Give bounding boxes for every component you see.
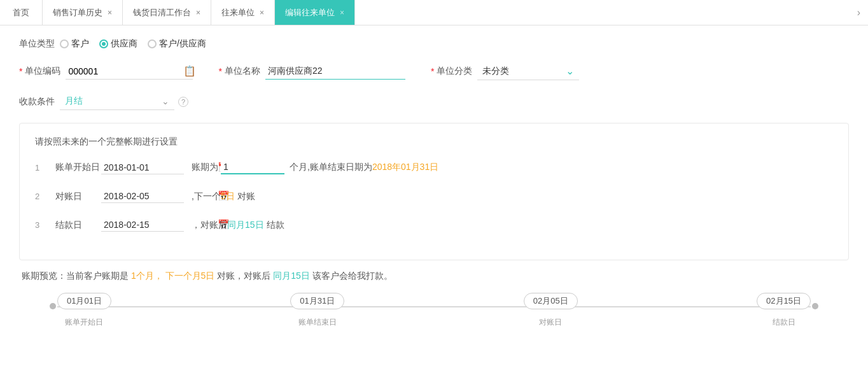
tab-bar: 首页 销售订单历史 × 钱货日清工作台 × 往来单位 × 编辑往来单位 × › [0, 0, 868, 25]
timeline-node-3: 02月05日 对账日 [524, 297, 578, 328]
timeline-badge-1: 01月01日 [57, 293, 111, 309]
period-row-1-label: 账单开始日 [55, 162, 94, 173]
period-row-1-desc-before: 账期为 [192, 162, 218, 173]
radio-customer-supplier[interactable]: 客户/供应商 [148, 38, 206, 50]
timeline-container: 01月01日 账单开始日 01月31日 账单结束日 02月05日 对账日 02月… [19, 297, 849, 328]
tab-partner-close[interactable]: × [260, 8, 264, 17]
period-row-2-num: 2 [35, 192, 48, 201]
period-settings-title: 请按照未来的一个完整帐期进行设置 [35, 136, 833, 148]
period-row-2-label: 对账日 [55, 191, 94, 202]
unit-name-required: * [218, 66, 221, 76]
period-row-1-desc-after: 个月,账单结束日期为 [290, 162, 372, 173]
radio-customer[interactable]: 客户 [60, 38, 89, 50]
unit-type-label: 单位类型 [19, 38, 55, 50]
payment-terms-arrow-icon: ⌄ [162, 96, 169, 106]
period-row-2: 2 对账日 📅 ,下一个 5日 对账 [35, 190, 833, 203]
timeline-node-4: 02月15日 结款日 [757, 297, 811, 328]
payment-terms-row: 收款条件 月结 ⌄ ? [19, 93, 849, 110]
unit-type-group: 单位类型 客户 供应商 客户/供应商 [19, 38, 206, 50]
period-row-2-desc-after: 对账 [237, 191, 255, 202]
timeline-nodes: 01月01日 账单开始日 01月31日 账单结束日 02月05日 对账日 02月… [57, 297, 811, 328]
tab-sales-history[interactable]: 销售订单历史 × [43, 0, 123, 25]
timeline-node-2: 01月31日 账单结束日 [290, 297, 344, 328]
period-reconcile-day-highlight: 5日 [221, 191, 235, 202]
tab-sales-history-close[interactable]: × [108, 8, 112, 17]
tab-cashflow-close[interactable]: × [196, 8, 200, 17]
preview-suffix: 该客户会给我打款。 [312, 271, 393, 281]
radio-customer-supplier-circle [148, 39, 157, 48]
timeline-end-dot [812, 303, 818, 309]
tab-edit-partner[interactable]: 编辑往来单位 × [275, 0, 355, 25]
period-month-input[interactable] [221, 160, 284, 174]
tab-partner[interactable]: 往来单位 × [211, 0, 275, 25]
period-row-2-desc-before: ,下一个 [192, 191, 221, 202]
unit-category-label: 单位分类 [437, 66, 472, 77]
unit-type-row: 单位类型 客户 供应商 客户/供应商 [19, 38, 849, 50]
timeline-badge-2: 01月31日 [290, 293, 344, 309]
unit-category-select[interactable]: 未分类 ⌄ [477, 62, 579, 80]
period-settings-box: 请按照未来的一个完整帐期进行设置 1 账单开始日 📅 账期为 个月,账单结束日期… [19, 123, 849, 260]
unit-category-arrow-icon: ⌄ [566, 65, 574, 77]
timeline-start-dot [50, 303, 56, 309]
preview-label: 账期预览：当前客户账期是 [22, 271, 129, 281]
timeline-label-3: 对账日 [539, 317, 562, 328]
unit-name-group: * 单位名称 [218, 64, 405, 80]
tab-edit-partner-close[interactable]: × [340, 8, 344, 17]
timeline-badge-3: 02月05日 [524, 293, 578, 309]
timeline-label-1: 账单开始日 [65, 317, 103, 328]
unit-category-value: 未分类 [482, 66, 566, 77]
preview-reconcile-date: 下一个月5日 [165, 271, 215, 281]
preview-months: 1个月， [131, 271, 163, 281]
unit-code-group: * 单位编码 📋 [19, 64, 193, 80]
period-row-3-num: 3 [35, 220, 48, 230]
unit-category-group: * 单位分类 未分类 ⌄ [431, 62, 579, 80]
payment-terms-label: 收款条件 [19, 96, 55, 108]
timeline-badge-4: 02月15日 [757, 293, 811, 309]
unit-category-required: * [431, 66, 434, 76]
tab-home[interactable]: 首页 [0, 0, 43, 25]
code-name-category-row: * 单位编码 📋 * 单位名称 * 单位分类 未分类 ⌄ [19, 62, 849, 80]
period-row-3-desc-before: ，对账后 [192, 220, 227, 231]
unit-name-label: 单位名称 [225, 66, 260, 77]
tab-expand-button[interactable]: › [850, 7, 868, 18]
payment-terms-value: 月结 [65, 95, 157, 107]
preview-reconcile-suffix: 对账，对账后 [217, 271, 270, 281]
preview-payment-date: 同月15日 [273, 271, 310, 281]
period-reconcile-date-input: 📅 [101, 190, 184, 203]
radio-customer-circle [60, 39, 69, 48]
period-payment-date-input: 📅 [101, 218, 184, 232]
unit-code-required: * [19, 66, 22, 76]
preview-section: 账期预览：当前客户账期是 1个月， 下一个月5日 对账，对账后 同月15日 该客… [19, 271, 849, 282]
radio-supplier-circle [99, 39, 108, 48]
timeline-node-1: 01月01日 账单开始日 [57, 297, 111, 328]
unit-type-radio-group: 客户 供应商 客户/供应商 [60, 38, 206, 50]
unit-code-label: 单位编码 [25, 66, 60, 77]
period-row-3-desc-after: 结款 [267, 220, 284, 231]
tab-cashflow[interactable]: 钱货日清工作台 × [123, 0, 211, 25]
period-row-3-label: 结款日 [55, 220, 94, 231]
period-row-3: 3 结款日 📅 ，对账后 同月15日 结款 [35, 218, 833, 232]
radio-supplier[interactable]: 供应商 [99, 38, 137, 50]
unit-code-input[interactable] [66, 64, 182, 79]
period-end-date-highlight: 2018年01月31日 [372, 162, 438, 173]
period-start-date-input: 📅 [101, 161, 184, 174]
unit-code-icon[interactable]: 📋 [182, 64, 197, 78]
period-row-1: 1 账单开始日 📅 账期为 个月,账单结束日期为 2018年01月31日 [35, 160, 833, 174]
main-content: 单位类型 客户 供应商 客户/供应商 * 单位编码 [0, 25, 868, 387]
payment-terms-group: 收款条件 月结 ⌄ ? [19, 93, 188, 110]
payment-terms-select[interactable]: 月结 ⌄ [60, 93, 174, 110]
unit-code-input-wrapper: 📋 [66, 64, 193, 80]
timeline-label-2: 账单结束日 [298, 317, 337, 328]
unit-name-input[interactable] [265, 64, 405, 80]
period-row-1-num: 1 [35, 163, 48, 172]
payment-terms-help-icon[interactable]: ? [178, 97, 188, 107]
period-payment-day-highlight: 同月15日 [227, 220, 264, 231]
timeline-label-4: 结款日 [773, 317, 795, 328]
